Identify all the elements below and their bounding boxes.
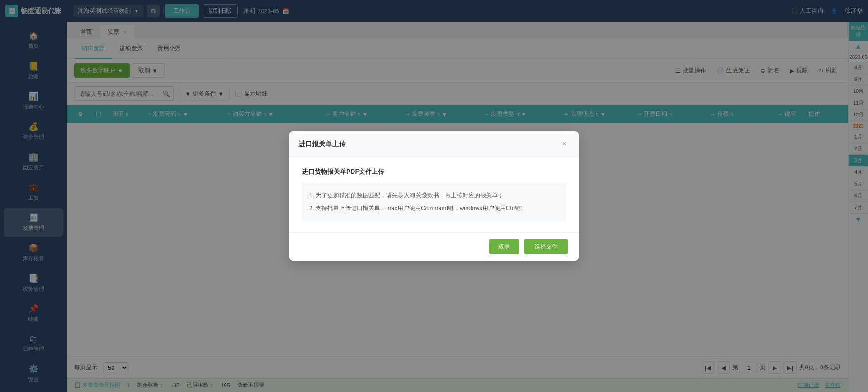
modal-cancel-label: 取消 bbox=[498, 243, 510, 250]
modal-file-title: 进口货物报关单PDF文件上传 bbox=[302, 168, 566, 176]
modal-footer: 取消 选择文件 bbox=[289, 232, 579, 261]
modal-close-button[interactable]: × bbox=[559, 139, 570, 149]
modal-header: 进口报关单上传 × bbox=[289, 131, 579, 157]
modal-body: 进口货物报关单PDF文件上传 1. 为了更加精准的数据匹配，请先录入海关缴款书，… bbox=[289, 157, 579, 232]
modal-overlay: 进口报关单上传 × 进口货物报关单PDF文件上传 1. 为了更加精准的数据匹配，… bbox=[0, 0, 868, 392]
import-customs-modal: 进口报关单上传 × 进口货物报关单PDF文件上传 1. 为了更加精准的数据匹配，… bbox=[289, 131, 579, 261]
modal-title: 进口报关单上传 bbox=[298, 140, 346, 148]
modal-notice: 1. 为了更加精准的数据匹配，请先录入海关缴款书，再上传对应的报关单； 2. 支… bbox=[302, 182, 566, 221]
modal-select-label: 选择文件 bbox=[534, 243, 558, 250]
notice-line-1: 1. 为了更加精准的数据匹配，请先录入海关缴款书，再上传对应的报关单； bbox=[309, 190, 559, 201]
close-icon: × bbox=[562, 140, 566, 148]
notice-line-2: 2. 支持批量上传进口报关单，mac用户使用Command键，windows用户… bbox=[309, 202, 559, 214]
modal-cancel-button[interactable]: 取消 bbox=[489, 239, 519, 254]
modal-select-file-button[interactable]: 选择文件 bbox=[524, 239, 568, 254]
